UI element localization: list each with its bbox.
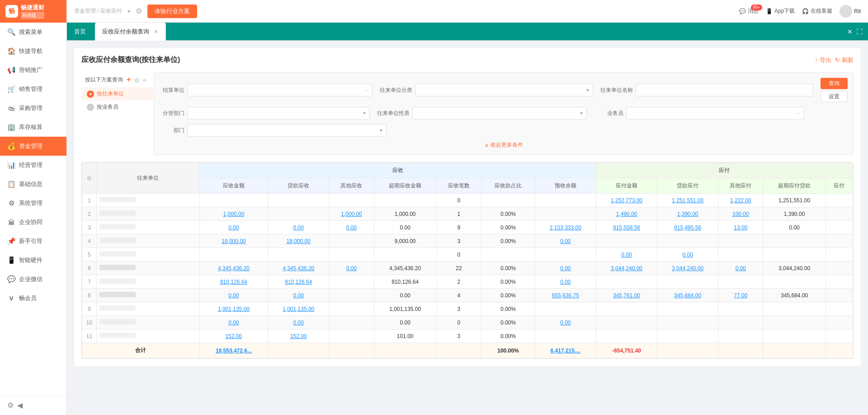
marketing-icon: 📢 [7,66,15,74]
tab-close-icon[interactable]: ✕ [154,29,158,35]
tab-ar-balance[interactable]: 应收应付余额查询 ✕ [95,23,166,41]
header-app-download[interactable]: 📱 App下载 [766,7,795,15]
sidebar-item-label: 企业协同 [19,218,42,226]
settings-button[interactable]: 设置 [821,91,848,102]
th-ap-other: 其他应付 [718,178,763,194]
tab-bar: 首页 应收应付余额查询 ✕ ✕ ⛶ [67,23,868,41]
branch-dept-input[interactable]: ▾ [187,107,370,119]
sidebar-item-quick-nav[interactable]: 🏠 快捷导航 [0,42,66,61]
sidebar-settings-icon[interactable]: ⚙ [7,401,14,410]
window-close-button[interactable]: ✕ [847,28,853,35]
footer-ap-remain [826,343,853,358]
row-num: 1 [82,194,97,207]
hardware-icon: 📱 [7,256,15,264]
refresh-button[interactable]: ↻ 刷新 [835,56,854,64]
th-ar-ratio: 应收款占比 [481,178,535,194]
tab-home-label: 首页 [74,28,86,36]
header-dropdown-icon[interactable]: ▾ [127,8,130,14]
sidebar-item-purchase[interactable]: 🛍 采购管理 [0,99,66,118]
sidebar-item-system[interactable]: ⚙ 系统管理 [0,194,66,213]
nav-item-by-salesperson[interactable]: ○ 按业务员 [81,100,154,114]
salesperson-input[interactable]: ··· [626,107,804,119]
filter-settings-icon[interactable]: ◎ [134,76,139,83]
filter-collapse-icon[interactable]: « [143,76,146,83]
page-title: 应收应付余额查询(按往来单位) [81,55,180,65]
tab-right-controls: ✕ ⛶ [847,28,868,35]
filter-item-partner-category: 往来单位分类 ▾ [380,84,593,96]
partner-category-input[interactable]: ▾ [415,84,593,96]
sidebar-item-base-info[interactable]: 📋 基础信息 [0,175,66,194]
filter-row-1: 结算单位 ··· 往来单位分类 ▾ 往来单位名称 [160,78,848,102]
page-actions: ↑ 导出 ↻ 刷新 [815,56,854,64]
tab-home[interactable]: 首页 [67,23,93,41]
breadcrumb-text: 资金管理 / 应收应付 [74,7,122,15]
row-partner [97,316,200,329]
department-input[interactable]: ▾ [187,124,387,137]
row-num: 4 [82,234,97,248]
refresh-icon: ↻ [835,57,840,63]
table-row: 101,252,773.001,251,551.001,222.001,251,… [82,194,853,207]
header-online-service[interactable]: 🎧 在线客服 [802,7,832,15]
partner-nature-input[interactable]: ▾ [412,107,587,119]
table-settings-icon[interactable]: ⚙ [87,175,92,181]
message-icon: 💬 [739,8,746,14]
sidebar-item-warehouse[interactable]: 🏢 库存核算 [0,118,66,137]
row-partner [97,329,200,343]
sidebar-item-label: 快捷导航 [19,47,42,55]
footer-advance-balance: 6,417,215.... [535,343,596,358]
data-table: ⚙ 往来单位 应收 应付 应收金额 贷款应 [82,162,853,358]
main-content: 应收应付余额查询(按往来单位) ↑ 导出 ↻ 刷新 按以下方案查询 + ◎ [67,41,868,415]
export-label: 导出 [820,56,831,64]
settlement-input[interactable]: ··· [187,84,373,96]
th-settings: ⚙ [82,163,97,194]
sidebar-item-label: 搜索菜单 [19,28,42,36]
row-partner [97,275,200,289]
query-button[interactable]: 查询 [821,78,848,89]
solution-button[interactable]: 体验行业方案 [147,5,197,18]
table-body: 101,252,773.001,251,551.001,222.001,251,… [82,194,853,343]
export-button[interactable]: ↑ 导出 [815,56,832,64]
partner-name-input[interactable] [636,84,813,96]
sidebar-item-finance[interactable]: 💰 资金管理 [0,137,66,156]
data-table-container: ⚙ 往来单位 应收 应付 应收金额 贷款应 [81,162,854,359]
sidebar-item-marketing[interactable]: 📢 营销推广 [0,61,66,80]
nav-item-by-partner[interactable]: ● 按往来单位 [81,87,154,100]
th-ap-group: 应付 [596,163,853,178]
sidebar-item-vip[interactable]: V 畅会员 [0,289,66,308]
filter-add-icon[interactable]: + [127,76,131,84]
header-gear-icon[interactable]: ⚙ [136,7,142,15]
partner-name-label: 往来单位名称 [600,86,633,94]
row-num: 3 [82,221,97,234]
sidebar-item-hardware[interactable]: 📱 智能硬件 [0,251,66,270]
footer-ar-loan [268,343,329,358]
table-row: 11152.00152.00101.0030.00% [82,329,853,343]
filter-title: 按以下方案查询 [85,76,123,84]
sidebar-item-guide[interactable]: 📌 新手引导 [0,232,66,251]
sales-icon: 🛒 [7,85,15,93]
department-label: 部门 [160,127,184,134]
header-messages[interactable]: 💬 消息 99+ [739,7,759,15]
row-num: 6 [82,262,97,275]
operations-icon: 📊 [7,161,15,169]
tab-label: 应收应付余额查询 [102,28,149,36]
table-row: 91,001,135.001,001,135.001,001,135.0030.… [82,302,853,316]
filter-row-2: 分管部门 ▾ 往来单位性质 ▾ 业务员 ··· [160,107,848,119]
sidebar-collapse-icon[interactable]: ◀ [17,401,23,410]
table-head: ⚙ 往来单位 应收 应付 应收金额 贷款应 [82,163,853,194]
action-buttons: 查询 设置 [821,78,848,102]
th-ar-amount: 应收金额 [199,178,268,194]
logo-badge: 标准版 [21,12,44,19]
table-row: 30.000.000.000.0090.00%2,153,333.00915,5… [82,221,853,234]
table-row: 64,345,436.204,345,436.200.004,345,436.2… [82,262,853,275]
window-expand-button[interactable]: ⛶ [856,28,863,35]
collapse-button[interactable]: ∧ 收起更多条件 [485,141,523,149]
sidebar-item-enterprise[interactable]: 🏛 企业协同 [0,213,66,232]
sidebar-item-wechat[interactable]: 💬 企业微信 [0,270,66,289]
sidebar-item-sales[interactable]: 🛒 销售管理 [0,80,66,99]
by-salesperson-icon: ○ [87,104,94,111]
sidebar-item-operations[interactable]: 📊 经营管理 [0,156,66,175]
sidebar-item-search[interactable]: 🔍 搜索菜单 [0,23,66,42]
filter-panel: 结算单位 ··· 往来单位分类 ▾ 往来单位名称 [154,72,854,155]
app-icon: 📱 [766,8,773,14]
header-user[interactable]: Rit [840,5,861,18]
